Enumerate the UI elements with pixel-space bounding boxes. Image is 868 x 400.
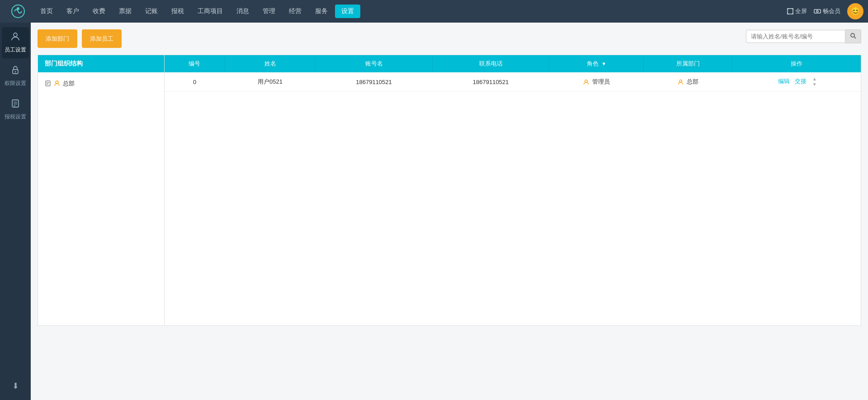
cell-dept: 总部 [644,72,732,92]
add-employee-button[interactable]: 添加员工 [82,29,122,48]
dept-user-icon-row [678,78,687,85]
sidebar-item-permission[interactable]: 权限设置 [2,61,29,92]
nav-service[interactable]: 服务 [309,5,334,18]
employee-icon [10,32,20,44]
employee-table: 编号 姓名 账号名 联系电话 角色 ▼ 所属部门 操作 0 [165,55,861,325]
dept-file-icon [45,80,51,88]
sidebar-permission-label: 权限设置 [5,80,26,87]
nav-customer[interactable]: 客户 [60,5,85,18]
add-dept-button[interactable]: 添加部门 [38,29,77,48]
col-header-id: 编号 [165,55,225,72]
svg-point-1 [17,7,19,10]
nav-right-area: 全屏 畅会员 😊 [787,3,863,19]
vip-label: 畅会员 [823,7,840,15]
col-header-phone: 联系电话 [432,55,549,72]
col-header-name: 姓名 [225,55,315,72]
download-icon: ⬇ [12,381,19,391]
svg-point-4 [816,10,818,12]
svg-point-5 [14,33,17,37]
svg-point-7 [15,71,16,73]
lock-icon [10,65,20,77]
top-navigation: 首页 客户 收费 票据 记账 报税 工商项目 消息 管理 经营 服务 设置 全屏 [0,0,868,23]
sidebar-bottom-item[interactable]: ⬇ [2,376,29,395]
edit-button[interactable]: 编辑 [776,77,792,85]
col-header-role[interactable]: 角色 ▼ [549,55,644,72]
cell-actions: 编辑 交接 ▲ ▼ [732,72,861,92]
nav-fee[interactable]: 收费 [86,5,112,18]
dept-user-icon [54,80,60,88]
cell-role: 管理员 [549,72,644,92]
nav-settings[interactable]: 设置 [335,5,360,18]
cell-phone: 18679110521 [432,72,549,92]
dept-tree-header: 部门组织结构 [38,55,164,72]
nav-home[interactable]: 首页 [34,5,59,18]
svg-point-12 [851,33,854,37]
content-area: 部门组织结构 [38,55,861,326]
col-header-dept: 所属部门 [644,55,732,72]
sidebar-tax-label: 报税设置 [5,113,26,121]
svg-rect-14 [46,81,50,86]
sidebar-item-employee[interactable]: 员工设置 [2,27,29,58]
nav-bill[interactable]: 票据 [113,5,138,18]
search-input[interactable] [746,30,845,43]
search-bar [746,29,861,43]
fullscreen-label: 全屏 [795,7,807,15]
main-content: 添加部门 添加员工 部门组织结构 [31,23,868,400]
cell-name: 用户0521 [225,72,315,92]
col-header-account: 账号名 [316,55,433,72]
logo-icon [5,4,32,19]
sidebar-item-tax[interactable]: 报税设置 [2,94,29,125]
fullscreen-button[interactable]: 全屏 [787,7,807,15]
nav-menu: 首页 客户 收费 票据 记账 报税 工商项目 消息 管理 经营 服务 设置 [34,5,787,18]
scroll-up-icon[interactable]: ▲ [812,77,817,81]
filter-icon: ▼ [601,61,606,66]
search-button[interactable] [845,29,861,43]
cell-account: 18679110521 [316,72,433,92]
table-row: 0 用户0521 18679110521 18679110521 管理 [165,72,861,92]
nav-business[interactable]: 工商项目 [191,5,229,18]
nav-tax[interactable]: 报税 [165,5,190,18]
svg-rect-3 [814,9,821,13]
sidebar-employee-label: 员工设置 [5,46,26,54]
svg-line-13 [854,37,856,39]
left-sidebar: 员工设置 权限设置 报税设置 ⬇ [0,23,31,400]
nav-message[interactable]: 消息 [230,5,255,18]
dept-name: 总部 [63,80,75,88]
scroll-down-icon[interactable]: ▼ [812,82,817,87]
transfer-button[interactable]: 交接 [793,77,808,85]
action-bar: 添加部门 添加员工 [38,29,861,48]
nav-accounting[interactable]: 记账 [139,5,164,18]
tax-icon [10,99,20,111]
svg-point-17 [56,81,58,84]
cell-id: 0 [165,72,225,92]
dept-tree-item-headquarters[interactable]: 总部 [42,77,160,90]
nav-operation[interactable]: 经营 [283,5,308,18]
nav-management[interactable]: 管理 [256,5,282,18]
svg-rect-2 [788,9,793,14]
role-user-icon [583,78,592,85]
col-header-action: 操作 [732,55,861,72]
dept-tree-body: 总部 [38,72,164,95]
dept-tree: 部门组织结构 [38,55,165,325]
vip-button[interactable]: 畅会员 [814,7,840,15]
user-avatar[interactable]: 😊 [847,3,863,19]
